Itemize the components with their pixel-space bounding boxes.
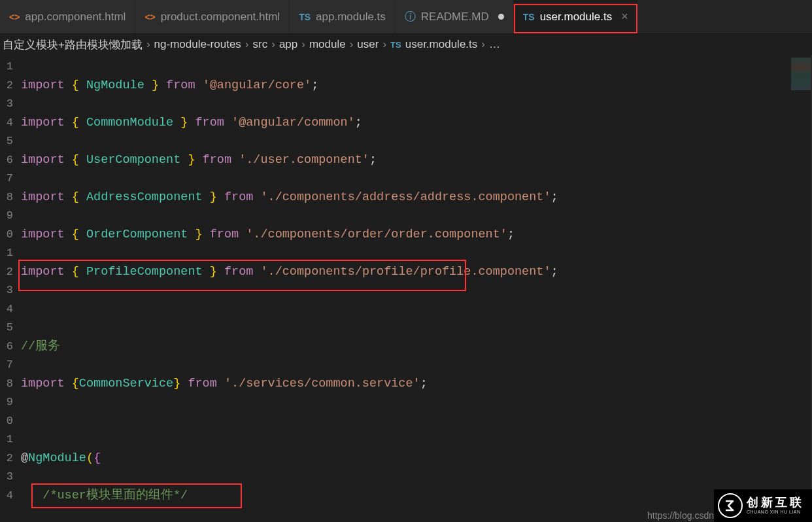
dirty-indicator-icon [498, 14, 504, 20]
tab-product-component-html[interactable]: <> product.component.html [135, 0, 290, 33]
breadcrumb[interactable]: 自定义模块+路由模块懒加载› ng-module-routes› src› ap… [0, 34, 812, 55]
tab-label: README.MD [421, 10, 489, 24]
breadcrumb-item[interactable]: user.module.ts [405, 38, 478, 51]
chevron-right-icon: › [350, 38, 354, 51]
ts-file-icon: TS [299, 12, 311, 22]
ts-file-icon: TS [523, 12, 535, 22]
chevron-right-icon: › [481, 38, 485, 51]
html-file-icon: <> [9, 12, 20, 22]
breadcrumb-item[interactable]: src [253, 38, 268, 51]
chevron-right-icon: › [245, 38, 249, 51]
watermark-url: https://blog.csdn [647, 510, 714, 521]
editor-tabs: <> app.component.html <> product.compone… [0, 0, 812, 34]
logo-icon [718, 493, 743, 518]
code-content[interactable]: import { NgModule } from '@angular/core'… [21, 55, 812, 506]
editor-area[interactable]: 123 456 789 012 345 678 901 234 import {… [0, 55, 812, 506]
tab-readme-md[interactable]: ⓘ README.MD [396, 0, 514, 33]
brand-logo: 创新互联 CHUANG XIN HU LIAN [714, 489, 812, 522]
minimap[interactable] [791, 58, 811, 90]
breadcrumb-item[interactable]: user [357, 38, 379, 51]
tab-app-component-html[interactable]: <> app.component.html [0, 0, 135, 33]
tab-label: app.module.ts [316, 10, 386, 24]
breadcrumb-item[interactable]: module [309, 38, 346, 51]
chevron-right-icon: › [146, 38, 150, 51]
chevron-right-icon: › [382, 38, 386, 51]
chevron-right-icon: › [301, 38, 305, 51]
tab-user-module-ts[interactable]: TS user.module.ts × [514, 0, 638, 33]
chevron-right-icon: › [271, 38, 275, 51]
breadcrumb-item[interactable]: ng-module-routes [154, 38, 241, 51]
html-file-icon: <> [144, 12, 155, 22]
tab-label: product.component.html [161, 10, 280, 24]
breadcrumb-item[interactable]: app [279, 38, 297, 51]
info-file-icon: ⓘ [405, 9, 416, 24]
tab-app-module-ts[interactable]: TS app.module.ts [290, 0, 396, 33]
breadcrumb-item[interactable]: … [489, 38, 500, 51]
tab-label: app.component.html [25, 10, 126, 24]
ts-file-icon: TS [390, 40, 401, 50]
tab-label: user.module.ts [540, 10, 613, 24]
line-number-gutter: 123 456 789 012 345 678 901 234 [0, 55, 21, 506]
breadcrumb-item[interactable]: 自定义模块+路由模块懒加载 [3, 37, 143, 52]
close-icon[interactable]: × [621, 10, 628, 24]
